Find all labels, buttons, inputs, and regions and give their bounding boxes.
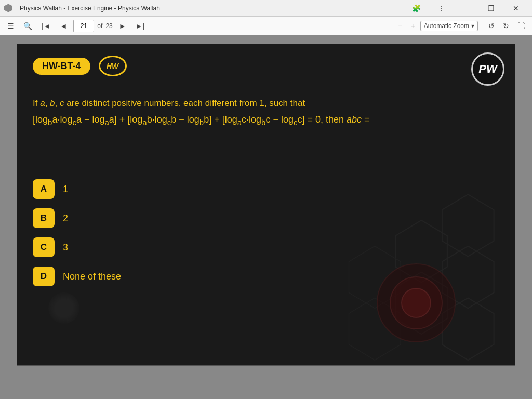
total-pages: 23 [105,22,112,30]
zoom-label: Automatic Zoom [424,22,469,30]
option-row-a: A 1 [33,179,121,199]
window-controls: 🧩 ⋮ — ❐ ✕ [404,0,528,17]
zoom-area: − + Automatic Zoom ▾ [395,20,478,32]
option-d-label: D [41,271,47,282]
option-c-label: C [41,242,47,252]
option-row-d: D None of these [33,267,121,286]
svg-marker-0 [442,194,494,257]
option-a-btn[interactable]: A [33,179,55,199]
deco-circle-small [48,292,79,324]
fullscreen-btn[interactable]: ⛶ [514,20,528,32]
option-d-value: None of these [63,271,121,282]
rotate-btn[interactable]: ↻ [500,20,512,32]
deco-target [369,261,463,344]
hamburger-btn[interactable]: ☰ [4,20,17,32]
question-equation: [logba·logca − logaa] + [logab·logcb − l… [33,112,504,129]
option-d-btn[interactable]: D [33,267,55,286]
title-bar: Physics Wallah - Exercise Engine - Physi… [0,0,532,17]
svg-point-9 [402,288,431,317]
option-b-label: B [41,213,47,223]
toolbar-right: ↺ ↻ ⛶ [485,20,528,32]
window-title: Physics Wallah - Exercise Engine - Physi… [20,5,160,12]
minimize-btn[interactable]: — [454,0,478,17]
option-a-label: A [41,184,47,194]
zoom-in-btn[interactable]: + [407,20,418,32]
restore-btn[interactable]: ❐ [479,0,503,17]
last-page-btn[interactable]: ►| [132,20,148,32]
puzzle-btn[interactable]: 🧩 [404,0,428,17]
option-row-b: B 2 [33,208,121,228]
pw-logo: PW [471,52,504,86]
option-row-c: C 3 [33,237,121,257]
options-area: A 1 B 2 C 3 D None of these [33,179,121,286]
pdf-page: HW-BT-4 HW PW If a, b, c are distinct po… [17,44,515,366]
hw-badge-area: HW-BT-4 HW [33,56,127,76]
hw-circle-label: HW [107,62,118,70]
question-area: If a, b, c are distinct positive numbers… [33,96,504,129]
zoom-out-btn[interactable]: − [395,20,405,32]
page-number-input[interactable]: 21 [73,20,94,32]
zoom-select[interactable]: Automatic Zoom ▾ [420,21,478,31]
menu-dots-btn[interactable]: ⋮ [429,0,453,17]
toolbar: ☰ 🔍 |◄ ◄ 21 of 23 ► ►| − + Automatic Zoo… [0,17,532,35]
zoom-chevron: ▾ [471,22,474,30]
pw-logo-text: PW [478,62,497,76]
option-b-btn[interactable]: B [33,208,55,228]
first-page-btn[interactable]: |◄ [38,20,54,32]
app-icon [4,4,12,12]
option-c-value: 3 [63,242,68,253]
hw-circle: HW [99,56,127,76]
reset-btn[interactable]: ↺ [485,20,498,32]
option-b-value: 2 [63,213,68,224]
page-separator: of [97,22,102,30]
close-btn[interactable]: ✕ [504,0,528,17]
option-c-btn[interactable]: C [33,237,55,257]
hw-badge: HW-BT-4 [33,58,90,75]
prev-page-btn[interactable]: ◄ [57,20,71,32]
next-page-btn[interactable]: ► [116,20,129,32]
question-intro: If a, b, c are distinct positive numbers… [33,96,504,110]
search-btn[interactable]: 🔍 [20,20,35,32]
option-a-value: 1 [63,184,68,195]
viewer-area: HW-BT-4 HW PW If a, b, c are distinct po… [0,35,532,399]
